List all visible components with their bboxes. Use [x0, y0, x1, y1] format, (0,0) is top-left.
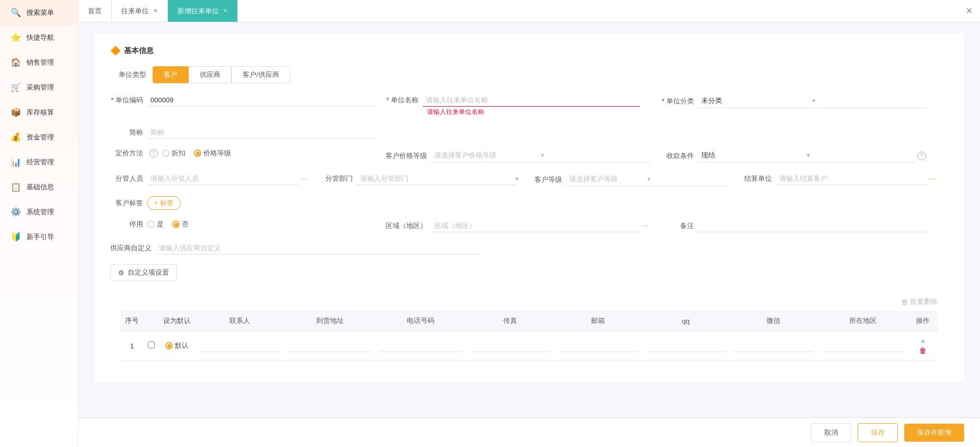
- field-manager: 分管人员 ···: [110, 172, 309, 185]
- table-row: 1 默认: [121, 331, 938, 361]
- close-partner-tab-icon[interactable]: ✕: [153, 7, 158, 14]
- phone-input[interactable]: [379, 339, 461, 352]
- default-radio[interactable]: 默认: [163, 341, 191, 350]
- unit-name-input[interactable]: [423, 94, 640, 107]
- tab-bar: 首页 往来单位 ✕ 新增往来单位 ✕ ✕: [78, 0, 980, 22]
- save-button[interactable]: 保存: [858, 423, 898, 442]
- box-icon: 📦: [11, 107, 21, 117]
- col-region: 所在地区: [817, 311, 908, 331]
- sidebar-item-operations[interactable]: 📊 经营管理: [0, 150, 78, 174]
- customer-level-select[interactable]: 请选择客户等级 ▾: [566, 172, 728, 187]
- cell-email: [554, 331, 642, 361]
- settle-unit-input[interactable]: [776, 172, 926, 185]
- cell-actions: + 🗑: [908, 331, 938, 361]
- qq-input[interactable]: [646, 339, 725, 352]
- remark-input[interactable]: [698, 220, 926, 232]
- supplier-custom-label: 供应商自定义: [110, 243, 156, 253]
- table-toolbar: 🗑 批量删除: [121, 297, 938, 306]
- sidebar-item-sales[interactable]: 🏠 销售管理: [0, 50, 78, 75]
- region-input[interactable]: [431, 220, 639, 232]
- wechat-input[interactable]: [734, 339, 813, 352]
- unit-category-select[interactable]: 未分类 ▾: [698, 94, 926, 108]
- close-new-partner-tab-icon[interactable]: ✕: [223, 7, 228, 14]
- field-payment: 收款条件 现结 ▾ ?: [661, 148, 926, 163]
- sidebar-item-inventory[interactable]: 📦 库存核算: [0, 100, 78, 125]
- cancel-button[interactable]: 取消: [811, 423, 851, 442]
- custom-settings-button[interactable]: ⚙ 自定义项设置: [110, 264, 177, 281]
- manager-input[interactable]: [147, 172, 298, 185]
- manager-more-icon[interactable]: ···: [298, 174, 309, 183]
- field-unit-category: 单位分类 未分类 ▾: [661, 94, 926, 108]
- payment-help-icon[interactable]: ?: [917, 152, 926, 160]
- close-all-tabs-button[interactable]: ✕: [958, 0, 980, 22]
- cell-phone: [375, 331, 466, 361]
- region-more-icon[interactable]: ···: [639, 221, 651, 231]
- tab-home[interactable]: 首页: [78, 0, 112, 22]
- short-name-input[interactable]: [147, 126, 375, 139]
- pricing-radio-price-level[interactable]: 价格等级: [194, 148, 231, 158]
- payment-select[interactable]: 现结 ▾: [698, 148, 915, 163]
- col-qq: qq: [642, 311, 729, 331]
- cell-seq: 1: [121, 331, 143, 361]
- pricing-radio-discount[interactable]: 折扣: [162, 148, 185, 158]
- col-email: 邮箱: [554, 311, 642, 331]
- tab-new-partner[interactable]: 新增往来单位 ✕: [168, 0, 238, 22]
- guide-icon: 🔰: [11, 232, 21, 242]
- email-input[interactable]: [558, 339, 638, 352]
- sidebar-item-purchase[interactable]: 🛒 采购管理: [0, 75, 78, 100]
- customer-price-select[interactable]: 请选择客户价格等级 ▾: [431, 148, 651, 163]
- batch-delete-button[interactable]: 🗑 批量删除: [901, 297, 938, 306]
- radio-price-level-circle: [194, 150, 201, 157]
- row-disable-region: 停用 是 否 区域（地区） ···: [110, 220, 948, 232]
- sidebar-item-guide[interactable]: 🔰 新手引导: [0, 224, 78, 249]
- unit-type-label: 单位类型: [110, 70, 153, 80]
- delete-row-button[interactable]: 🗑: [917, 346, 929, 355]
- field-short-name: 简称: [110, 126, 375, 139]
- field-supplier-custom: 供应商自定义: [110, 242, 481, 255]
- row-checkbox[interactable]: [148, 341, 155, 348]
- sidebar-item-quick-nav[interactable]: ⭐ 快捷导航: [0, 25, 78, 50]
- unit-category-label: 单位分类: [661, 97, 698, 106]
- dept-label: 分管部门: [320, 174, 357, 183]
- row-manager: 分管人员 ··· 分管部门 ▾ 客户等级 请选择客户等级 ▾: [110, 172, 948, 187]
- add-row-button[interactable]: +: [918, 337, 927, 346]
- type-btn-customer[interactable]: 客户: [153, 66, 189, 83]
- sidebar-item-basic-info[interactable]: 📋 基础信息: [0, 174, 78, 199]
- settings-icon: ⚙: [118, 269, 124, 277]
- col-wechat: 微信: [729, 311, 817, 331]
- sidebar-item-finance[interactable]: 💰 资金管理: [0, 125, 78, 150]
- tab-partner[interactable]: 往来单位 ✕: [112, 0, 168, 22]
- sidebar-item-system[interactable]: ⚙️ 系统管理: [0, 199, 78, 224]
- contact-input[interactable]: [199, 339, 280, 352]
- default-radio-circle: [165, 342, 173, 349]
- type-btn-supplier[interactable]: 供应商: [189, 66, 231, 83]
- row-region-input[interactable]: [822, 339, 904, 352]
- field-disable: 停用 是 否: [110, 220, 375, 229]
- col-fax: 传真: [466, 311, 554, 331]
- unit-code-input[interactable]: [147, 94, 375, 107]
- sidebar-item-search[interactable]: 🔍 搜索菜单: [0, 0, 78, 25]
- home-icon: 🏠: [11, 57, 21, 67]
- section-icon: 🔶: [110, 46, 121, 56]
- field-unit-name: 单位名称: [386, 94, 640, 107]
- add-tag-button[interactable]: + 标签: [147, 196, 181, 210]
- dept-input[interactable]: [357, 172, 516, 185]
- disable-label: 停用: [110, 220, 147, 229]
- payment-label: 收款条件: [661, 151, 698, 161]
- pricing-help-icon[interactable]: ?: [149, 149, 158, 157]
- fax-input[interactable]: [470, 339, 550, 352]
- supplier-custom-input[interactable]: [156, 242, 481, 255]
- cell-wechat: [729, 331, 817, 361]
- row-customer-tag: 客户标签 + 标签: [110, 196, 948, 210]
- dept-arrow-icon: ▾: [515, 175, 519, 182]
- col-address: 到货地址: [284, 311, 375, 331]
- settle-unit-more-icon[interactable]: ···: [926, 174, 938, 183]
- disable-radio-no[interactable]: 否: [172, 220, 189, 229]
- row-supplier-custom: 供应商自定义: [110, 242, 948, 255]
- disable-radio-yes[interactable]: 是: [147, 220, 164, 229]
- cell-qq: [642, 331, 729, 361]
- type-btn-both[interactable]: 客户/供应商: [231, 66, 290, 83]
- settle-unit-label: 结算单位: [739, 174, 776, 183]
- save-and-new-button[interactable]: 保存并新增: [904, 424, 964, 442]
- address-input[interactable]: [289, 339, 371, 352]
